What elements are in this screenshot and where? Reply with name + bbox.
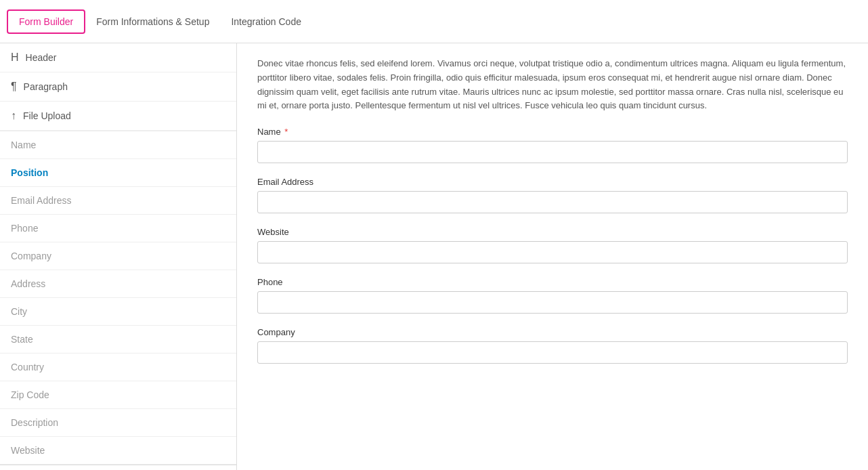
sidebar-footer: CLEAR SAVE bbox=[0, 465, 236, 470]
paragraph-icon: ¶ bbox=[11, 81, 17, 93]
main-layout: H Header ¶ Paragraph ↑ File Upload Name … bbox=[0, 43, 868, 470]
header-icon: H bbox=[11, 51, 19, 64]
input-email[interactable] bbox=[257, 191, 848, 213]
sidebar-item-zip-code[interactable]: Zip Code bbox=[0, 381, 236, 409]
sidebar-item-phone[interactable]: Phone bbox=[0, 215, 236, 242]
tab-integration-code[interactable]: Integration Code bbox=[220, 11, 312, 33]
file-upload-icon: ↑ bbox=[11, 110, 16, 122]
tab-form-builder[interactable]: Form Builder bbox=[7, 9, 85, 34]
sidebar-item-paragraph[interactable]: ¶ Paragraph bbox=[0, 72, 236, 102]
input-phone[interactable] bbox=[257, 291, 848, 314]
sidebar-item-position[interactable]: Position bbox=[0, 159, 236, 187]
sidebar-item-city[interactable]: City bbox=[0, 298, 236, 326]
sidebar-item-country[interactable]: Country bbox=[0, 354, 236, 381]
sidebar-special-section: H Header ¶ Paragraph ↑ File Upload bbox=[0, 43, 236, 131]
sidebar-item-email-address[interactable]: Email Address bbox=[0, 187, 236, 215]
label-email: Email Address bbox=[257, 177, 848, 187]
form-group-email: Email Address bbox=[257, 177, 848, 213]
sidebar-item-header-label: Header bbox=[26, 52, 57, 63]
sidebar-item-name[interactable]: Name bbox=[0, 131, 236, 159]
label-phone: Phone bbox=[257, 277, 848, 287]
form-group-phone: Phone bbox=[257, 277, 848, 314]
form-group-website: Website bbox=[257, 227, 848, 263]
sidebar-item-header[interactable]: H Header bbox=[0, 43, 236, 72]
sidebar-item-address[interactable]: Address bbox=[0, 270, 236, 298]
sidebar-fields-section: Name Position Email Address Phone Compan… bbox=[0, 131, 236, 465]
label-company: Company bbox=[257, 327, 848, 337]
input-name[interactable] bbox=[257, 141, 848, 163]
content-area: Donec vitae rhoncus felis, sed eleifend … bbox=[237, 43, 868, 470]
sidebar-item-website[interactable]: Website bbox=[0, 437, 236, 465]
sidebar-item-file-upload[interactable]: ↑ File Upload bbox=[0, 102, 236, 131]
form-group-company: Company bbox=[257, 327, 848, 364]
tab-form-info[interactable]: Form Informations & Setup bbox=[85, 11, 220, 33]
sidebar: H Header ¶ Paragraph ↑ File Upload Name … bbox=[0, 43, 237, 470]
sidebar-item-file-upload-label: File Upload bbox=[23, 110, 71, 121]
label-name: Name * bbox=[257, 127, 848, 137]
top-nav: Form Builder Form Informations & Setup I… bbox=[0, 0, 868, 43]
sidebar-item-state[interactable]: State bbox=[0, 326, 236, 354]
required-star: * bbox=[282, 127, 288, 137]
sidebar-item-company[interactable]: Company bbox=[0, 242, 236, 270]
form-group-name: Name * bbox=[257, 127, 848, 163]
input-website[interactable] bbox=[257, 241, 848, 263]
sidebar-item-paragraph-label: Paragraph bbox=[24, 81, 68, 92]
input-company[interactable] bbox=[257, 341, 848, 364]
lorem-paragraph: Donec vitae rhoncus felis, sed eleifend … bbox=[257, 57, 848, 113]
label-website: Website bbox=[257, 227, 848, 237]
sidebar-item-description[interactable]: Description bbox=[0, 409, 236, 437]
